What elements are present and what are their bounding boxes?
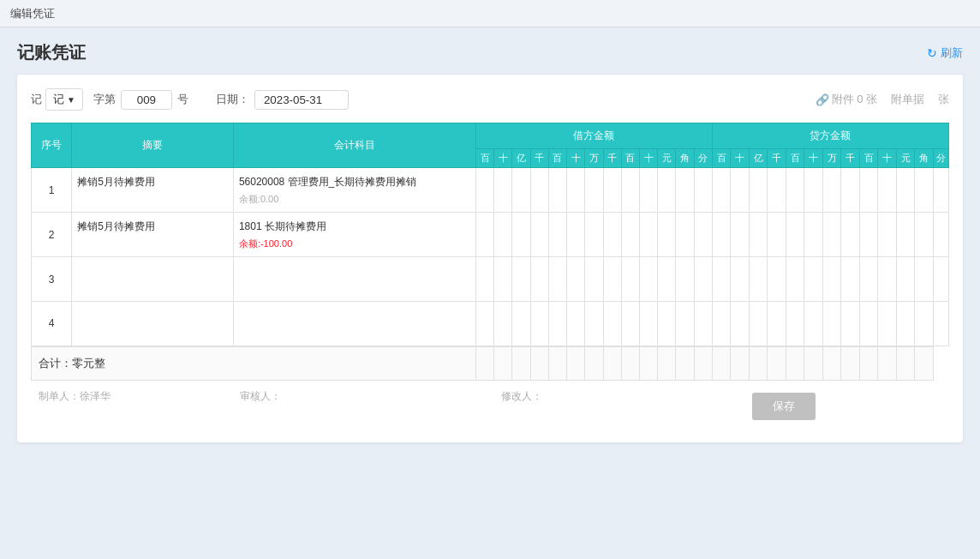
credit-digit-cell-r3-4[interactable] <box>786 257 804 302</box>
debit-digit-cell-r4-8[interactable] <box>621 302 639 346</box>
credit-digit-cell-r4-7[interactable] <box>841 302 860 346</box>
debit-digit-cell-r2-4[interactable] <box>548 213 566 257</box>
row-summary-4[interactable] <box>72 302 234 346</box>
debit-digit-cell-r3-2[interactable] <box>512 257 530 302</box>
debit-digit-cell-r2-3[interactable] <box>530 213 548 257</box>
debit-digit-cell-r2-6[interactable] <box>585 213 603 257</box>
debit-digit-cell-r2-0[interactable] <box>475 213 493 257</box>
debit-digit-cell-r4-10[interactable] <box>658 302 676 346</box>
credit-digit-cell-r2-10[interactable] <box>896 213 915 257</box>
debit-digit-cell-r3-11[interactable] <box>676 257 694 302</box>
credit-digit-cell-r4-0[interactable] <box>712 302 731 346</box>
credit-digit-cell-r1-5[interactable] <box>804 168 823 213</box>
credit-digit-cell-r3-1[interactable] <box>731 257 750 302</box>
row-summary-3[interactable] <box>72 257 234 302</box>
debit-digit-cell-r1-11[interactable] <box>676 168 694 213</box>
credit-digit-cell-r1-3[interactable] <box>768 168 786 213</box>
zi-number-input[interactable] <box>121 90 172 110</box>
credit-digit-cell-r4-1[interactable] <box>731 302 750 346</box>
credit-digit-cell-r4-4[interactable] <box>786 302 804 346</box>
row-account-1[interactable]: 56020008 管理费用_长期待摊费用摊销余额:0.00 <box>233 168 475 213</box>
credit-digit-cell-r2-9[interactable] <box>878 213 897 257</box>
debit-digit-cell-r3-9[interactable] <box>639 257 657 302</box>
credit-digit-cell-r4-9[interactable] <box>878 302 897 346</box>
debit-digit-cell-r2-10[interactable] <box>658 213 676 257</box>
debit-digit-cell-r1-6[interactable] <box>585 168 603 213</box>
credit-digit-cell-r1-4[interactable] <box>786 168 804 213</box>
credit-digit-cell-r1-8[interactable] <box>859 168 878 213</box>
refresh-button[interactable]: ↻ 刷新 <box>927 45 963 61</box>
debit-digit-cell-r1-1[interactable] <box>494 168 512 213</box>
debit-digit-cell-r3-0[interactable] <box>475 257 493 302</box>
voucher-type-select[interactable]: 记 ▼ <box>45 88 83 111</box>
credit-digit-cell-r2-7[interactable] <box>841 213 860 257</box>
debit-digit-cell-r1-0[interactable] <box>475 168 493 213</box>
debit-digit-cell-r1-2[interactable] <box>512 168 530 213</box>
row-summary-1[interactable]: 摊销5月待摊费用 <box>72 168 234 213</box>
attachment-link[interactable]: 🔗 附件 0 张 <box>816 92 877 107</box>
credit-digit-cell-r1-11[interactable] <box>915 168 934 213</box>
date-input[interactable] <box>254 90 349 110</box>
credit-digit-cell-r1-0[interactable] <box>712 168 731 213</box>
debit-digit-cell-r1-10[interactable] <box>658 168 676 213</box>
credit-digit-cell-r4-11[interactable] <box>915 302 934 346</box>
debit-digit-cell-r2-5[interactable] <box>567 213 585 257</box>
credit-digit-cell-r2-0[interactable] <box>712 213 731 257</box>
debit-digit-cell-r4-4[interactable] <box>548 302 566 346</box>
row-account-3[interactable] <box>233 257 475 302</box>
credit-digit-cell-r3-2[interactable] <box>749 257 768 302</box>
debit-digit-cell-r2-1[interactable] <box>494 213 512 257</box>
debit-digit-cell-r4-3[interactable] <box>530 302 548 346</box>
credit-digit-cell-r2-2[interactable] <box>749 213 768 257</box>
debit-digit-cell-r4-12[interactable] <box>694 302 712 346</box>
debit-digit-cell-r1-9[interactable] <box>639 168 657 213</box>
credit-digit-cell-r4-6[interactable] <box>822 302 841 346</box>
credit-digit-cell-r2-3[interactable] <box>768 213 786 257</box>
credit-digit-cell-r4-2[interactable] <box>749 302 768 346</box>
credit-digit-cell-r4-12[interactable] <box>933 302 948 346</box>
debit-digit-cell-r2-2[interactable] <box>512 213 530 257</box>
debit-digit-cell-r4-0[interactable] <box>475 302 493 346</box>
debit-digit-cell-r3-6[interactable] <box>585 257 603 302</box>
credit-digit-cell-r3-0[interactable] <box>712 257 731 302</box>
debit-digit-cell-r1-8[interactable] <box>621 168 639 213</box>
debit-digit-cell-r2-11[interactable] <box>676 213 694 257</box>
debit-digit-cell-r2-7[interactable] <box>603 213 621 257</box>
save-button[interactable]: 保存 <box>752 393 816 420</box>
credit-digit-cell-r3-6[interactable] <box>822 257 841 302</box>
debit-digit-cell-r1-3[interactable] <box>530 168 548 213</box>
debit-digit-cell-r3-7[interactable] <box>603 257 621 302</box>
credit-digit-cell-r2-5[interactable] <box>804 213 823 257</box>
credit-digit-cell-r1-2[interactable] <box>749 168 768 213</box>
credit-digit-cell-r1-12[interactable] <box>933 168 948 213</box>
debit-digit-cell-r4-5[interactable] <box>567 302 585 346</box>
credit-digit-cell-r1-9[interactable] <box>878 168 897 213</box>
debit-digit-cell-r1-5[interactable] <box>567 168 585 213</box>
row-account-2[interactable]: 1801 长期待摊费用余额:-100.00 <box>233 213 475 257</box>
debit-digit-cell-r4-9[interactable] <box>639 302 657 346</box>
credit-digit-cell-r3-8[interactable] <box>859 257 878 302</box>
debit-digit-cell-r4-2[interactable] <box>512 302 530 346</box>
debit-digit-cell-r3-4[interactable] <box>548 257 566 302</box>
debit-digit-cell-r3-12[interactable] <box>694 257 712 302</box>
credit-digit-cell-r1-10[interactable] <box>896 168 915 213</box>
debit-digit-cell-r4-7[interactable] <box>603 302 621 346</box>
credit-digit-cell-r2-8[interactable] <box>859 213 878 257</box>
credit-digit-cell-r1-6[interactable] <box>822 168 841 213</box>
credit-digit-cell-r3-11[interactable] <box>915 257 934 302</box>
credit-digit-cell-r1-1[interactable] <box>731 168 750 213</box>
debit-digit-cell-r3-10[interactable] <box>658 257 676 302</box>
debit-digit-cell-r2-12[interactable] <box>694 213 712 257</box>
credit-digit-cell-r2-11[interactable] <box>915 213 934 257</box>
debit-digit-cell-r3-3[interactable] <box>530 257 548 302</box>
credit-digit-cell-r3-3[interactable] <box>768 257 786 302</box>
debit-digit-cell-r3-8[interactable] <box>621 257 639 302</box>
credit-digit-cell-r3-7[interactable] <box>841 257 860 302</box>
debit-digit-cell-r3-5[interactable] <box>567 257 585 302</box>
debit-digit-cell-r4-6[interactable] <box>585 302 603 346</box>
credit-digit-cell-r2-1[interactable] <box>731 213 750 257</box>
credit-digit-cell-r3-12[interactable] <box>933 257 948 302</box>
credit-digit-cell-r2-4[interactable] <box>786 213 804 257</box>
debit-digit-cell-r1-7[interactable] <box>603 168 621 213</box>
debit-digit-cell-r4-1[interactable] <box>494 302 512 346</box>
